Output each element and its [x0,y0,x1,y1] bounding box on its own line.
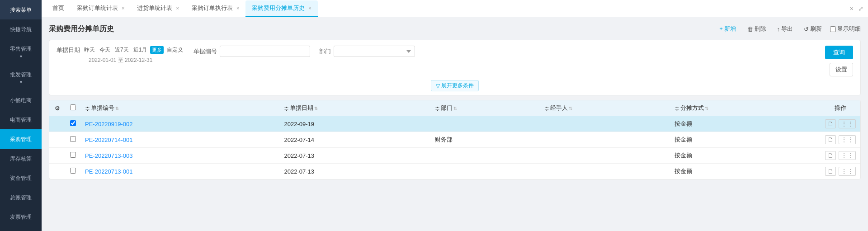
show-cols-checkbox[interactable]: 显示明细 [830,25,861,33]
row-checkbox-3[interactable] [70,152,76,158]
tab-close-inbound-stat[interactable]: × [176,5,179,11]
search-button[interactable]: 查询 [825,46,853,59]
cell-checkbox-3 [66,148,80,164]
doc-no-field: 单据编号 [193,46,310,57]
view-icon-1[interactable]: 🗋 [825,119,836,128]
window-max-icon[interactable]: ⤢ [858,5,863,12]
last1month-btn[interactable]: 近1月 [132,46,149,54]
doc-link-3[interactable]: PE-20220713-003 [85,152,133,159]
table-row[interactable]: PE-20220714-001 2022-07-14 财务部 按金额 🗋 ⋮⋮ [49,132,860,148]
export-button[interactable]: ↑ 导出 [774,24,796,34]
th-checkbox [66,100,80,116]
show-cols-input[interactable] [830,26,836,32]
table-row[interactable]: PE-20220919-002 2022-09-19 按金额 🗋 ⋮⋮ [49,116,860,132]
tab-inbound-stat[interactable]: 进货单统计表× [131,0,185,17]
select-all-checkbox[interactable] [70,104,76,110]
sort-dept[interactable]: ≑ 部门 ⇅ [435,104,457,112]
more-icon-2[interactable]: ⋮⋮ [839,135,856,144]
doc-link-4[interactable]: PE-20220713-001 [85,168,133,175]
sidebar-item-quicknav[interactable]: 快捷导航 [0,19,42,39]
row-checkbox-1[interactable] [70,120,76,126]
ops-group-2: 🗋 ⋮⋮ [825,135,856,144]
refresh-icon: ↺ [804,26,809,33]
date-shortcuts: 昨天 今天 近7天 近1月 更多 自定义 [83,46,184,54]
tab-bar: 首页采购订单统计表×进货单统计表×采购订单执行表×采购费用分摊单历史× × ⤢ [42,0,868,17]
table-header: ⚙ ≑ 单据编号 ⇅ ≑ 单据日期 ⇅ [49,100,860,116]
sort-doc-no[interactable]: ≑ 单据编号 ⇅ [85,104,119,112]
sidebar-item-wholesale[interactable]: 批发管理▾ [0,65,42,90]
sidebar-label-finance: 资金管理 [2,174,40,182]
view-icon-2[interactable]: 🗋 [825,135,836,144]
sidebar-item-search[interactable]: 搜索菜单 [0,0,42,19]
cell-handler-3 [540,148,670,164]
export-icon: ↑ [777,26,780,33]
main-area: 首页采购订单统计表×进货单统计表×采购订单执行表×采购费用分摊单历史× × ⤢ … [42,0,868,231]
doc-link-2[interactable]: PE-20220714-001 [85,137,133,143]
tab-label-home: 首页 [52,4,64,12]
sidebar-label-mall: 小畅电商 [2,97,40,104]
more-icon-1[interactable]: ⋮⋮ [839,119,856,128]
sidebar-label-ecommerce: 电商管理 [2,116,40,124]
tab-purchase-fee-history[interactable]: 采购费用分摊单历史× [245,0,317,17]
tab-home[interactable]: 首页 [46,0,71,17]
sidebar-item-purchase[interactable]: 采购管理 [0,129,42,149]
sort-split-method[interactable]: ≑ 分摊方式 ⇅ [675,104,708,112]
cell-docno-2: PE-20220714-001 [80,132,279,148]
delete-icon: 🗑 [747,26,753,33]
refresh-button[interactable]: ↺ 刷新 [801,24,825,34]
date-filter: 单据日期 昨天 今天 近7天 近1月 更多 自定义 2022-01-01 至 2… [57,46,184,64]
arrow-icon-retail: ▾ [20,54,22,59]
sidebar-item-invoice[interactable]: 发票管理 [0,207,42,226]
doc-no-input[interactable] [220,46,310,57]
sidebar-item-finance[interactable]: 资金管理 [0,168,42,188]
tab-close-purchase-fee-history[interactable]: × [308,5,311,11]
more-icon-3[interactable]: ⋮⋮ [839,151,856,160]
more-btn[interactable]: 更多 [150,46,164,54]
dept-select[interactable]: 财务部 [334,46,415,57]
tab-purchase-order-stat[interactable]: 采购订单统计表× [71,0,131,17]
setting-button[interactable]: 设置 [830,63,853,76]
sort-handler[interactable]: ≑ 经手人 ⇅ [544,104,572,112]
view-icon-3[interactable]: 🗋 [825,151,836,160]
cell-date-2: 2022-07-14 [279,132,430,148]
sidebar-label-purchase: 采购管理 [2,136,40,143]
arrow-icon-wholesale: ▾ [20,80,22,85]
more-icon-4[interactable]: ⋮⋮ [839,167,856,176]
row-checkbox-2[interactable] [70,136,76,142]
dept-field: 部门 财务部 [319,46,415,57]
table-row[interactable]: PE-20220713-003 2022-07-13 按金额 🗋 ⋮⋮ [49,148,860,164]
cell-dept-3 [430,148,540,164]
view-icon-4[interactable]: 🗋 [825,167,836,176]
yesterday-btn[interactable]: 昨天 [83,46,96,54]
sidebar-item-ledger[interactable]: 总账管理 [0,188,42,207]
expand-more-button[interactable]: ▽ 展开更多条件 [431,80,479,91]
page-title: 采购费用分摊单历史 [49,24,114,34]
tab-label-purchase-order-stat: 采购订单统计表 [77,4,118,12]
table-wrap: ⚙ ≑ 单据编号 ⇅ ≑ 单据日期 ⇅ [49,100,861,179]
table-row[interactable]: PE-20220713-001 2022-07-13 按金额 🗋 ⋮⋮ [49,164,860,179]
sidebar-label-invoice: 发票管理 [2,213,40,221]
cell-settings-2 [49,132,66,148]
sidebar-item-ecommerce[interactable]: 电商管理 [0,110,42,129]
today-btn[interactable]: 今天 [98,46,112,54]
tab-label-inbound-stat: 进货单统计表 [137,4,172,12]
sidebar-item-mall[interactable]: 小畅电商 [0,90,42,110]
last7days-btn[interactable]: 近7天 [113,46,130,54]
tab-purchase-order-exec[interactable]: 采购订单执行表× [185,0,245,17]
custom-btn[interactable]: 自定义 [165,46,184,54]
cell-ops-1: 🗋 ⋮⋮ [821,116,860,132]
doc-link-1[interactable]: PE-20220919-002 [85,121,133,127]
search-row: 单据日期 昨天 今天 近7天 近1月 更多 自定义 2022-01-01 至 2… [57,46,853,76]
add-button[interactable]: + 新增 [717,24,739,34]
sidebar-item-retail[interactable]: 零售管理▾ [0,39,42,65]
tab-close-purchase-order-exec[interactable]: × [236,5,239,11]
sort-doc-date[interactable]: ≑ 单据日期 ⇅ [284,104,318,112]
delete-button[interactable]: 🗑 删除 [745,24,769,34]
row-checkbox-4[interactable] [70,168,76,174]
window-close-icon[interactable]: × [850,5,854,12]
page-content: 采购费用分摊单历史 + 新增 🗑 删除 ↑ 导出 ↺ 刷新 显示明细 [42,17,868,231]
th-settings[interactable]: ⚙ [49,100,66,116]
sidebar-item-inventory[interactable]: 库存核算 [0,149,42,168]
tab-close-purchase-order-stat[interactable]: × [122,5,124,11]
cell-docno-3: PE-20220713-003 [80,148,279,164]
